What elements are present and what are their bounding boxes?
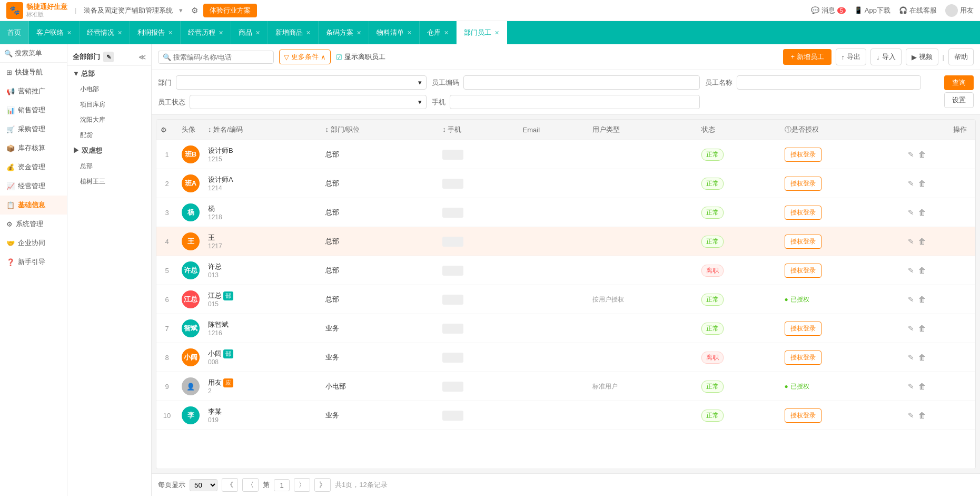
delete-icon[interactable]: 🗑: [918, 237, 926, 246]
trial-button[interactable]: 体验行业方案: [203, 4, 257, 17]
sidebar-item-purchase[interactable]: 🛒 采购管理: [0, 120, 67, 139]
edit-icon[interactable]: ✎: [908, 353, 914, 362]
sidebar-item-finance[interactable]: 💰 资金管理: [0, 158, 67, 177]
delete-icon[interactable]: 🗑: [918, 295, 926, 304]
sidebar-item-ops[interactable]: 📈 经营管理: [0, 177, 67, 196]
edit-icon[interactable]: ✎: [908, 266, 914, 275]
tab-barcode[interactable]: 条码方案✕: [319, 21, 369, 44]
sidebar-search[interactable]: 🔍 搜索菜单: [0, 44, 67, 63]
dept-node-distribution[interactable]: 配货: [67, 128, 151, 143]
delete-icon[interactable]: 🗑: [918, 208, 926, 217]
tab-add-goods[interactable]: 新增商品✕: [268, 21, 319, 44]
online-service-link[interactable]: 🎧 在线客服: [899, 6, 937, 15]
query-btn[interactable]: 查询: [944, 75, 974, 90]
dept-node-zhishu[interactable]: 植树王三: [67, 174, 151, 189]
sidebar-item-basic[interactable]: 📋 基础信息: [0, 196, 67, 215]
app-download-link[interactable]: 📱 App下载: [854, 6, 890, 15]
auth-btn[interactable]: 授权登录: [785, 409, 821, 423]
close-history-icon[interactable]: ✕: [219, 30, 223, 36]
sidebar-item-guide[interactable]: ❓ 新手引导: [0, 252, 67, 271]
edit-icon[interactable]: ✎: [908, 237, 914, 246]
sidebar-item-sales[interactable]: 📊 销售管理: [0, 101, 67, 120]
emp-code-input[interactable]: [463, 75, 700, 90]
import-btn[interactable]: ↓ 导入: [870, 48, 902, 65]
tab-bom[interactable]: 物料清单✕: [369, 21, 420, 44]
col-phone-header[interactable]: ↕ 手机: [438, 120, 518, 140]
tab-home[interactable]: 首页: [0, 21, 29, 44]
auth-btn[interactable]: 授权登录: [785, 177, 821, 191]
user-info[interactable]: 用友: [945, 4, 974, 17]
tab-employees[interactable]: 部门员工✕: [457, 21, 507, 44]
close-customer-icon[interactable]: ✕: [67, 30, 72, 36]
help-btn[interactable]: 帮助: [948, 48, 974, 65]
tab-profit[interactable]: 利润报告✕: [130, 21, 181, 44]
dept-edit-icon[interactable]: ✎: [103, 52, 114, 62]
last-page-btn[interactable]: 》: [314, 478, 331, 492]
dept-filter-select[interactable]: ▾: [176, 75, 427, 90]
tab-operations[interactable]: 经营情况✕: [80, 21, 130, 44]
per-page-select[interactable]: 50 20 100: [190, 479, 217, 491]
sidebar-item-quicknav[interactable]: ⊞ 快捷导航: [0, 63, 67, 82]
prev-page-btn[interactable]: 〈: [242, 478, 259, 492]
edit-icon[interactable]: ✎: [908, 324, 914, 333]
sidebar-item-marketing[interactable]: 📢 营销推广: [0, 82, 67, 101]
auth-btn[interactable]: 授权登录: [785, 322, 821, 336]
tab-customer[interactable]: 客户联络✕: [29, 21, 80, 44]
delete-icon[interactable]: 🗑: [918, 353, 926, 362]
more-filter-btn[interactable]: ▽ 更多条件 ∧: [279, 50, 331, 64]
edit-icon[interactable]: ✎: [908, 179, 914, 188]
edit-icon[interactable]: ✎: [908, 411, 914, 420]
close-warehouse-icon[interactable]: ✕: [444, 30, 449, 36]
delete-icon[interactable]: 🗑: [918, 179, 926, 188]
resigned-checkbox[interactable]: ☑: [336, 53, 342, 61]
auth-btn[interactable]: 授权登录: [785, 351, 821, 365]
delete-icon[interactable]: 🗑: [918, 382, 926, 391]
edit-icon[interactable]: ✎: [908, 208, 914, 217]
close-employees-icon[interactable]: ✕: [494, 30, 499, 36]
delete-icon[interactable]: 🗑: [918, 150, 926, 159]
close-add-goods-icon[interactable]: ✕: [306, 30, 311, 36]
settings-gear-icon[interactable]: ⚙: [161, 126, 167, 134]
dept-node-project-store[interactable]: 项目库房: [67, 97, 151, 112]
phone-input[interactable]: [450, 95, 700, 109]
close-goods-icon[interactable]: ✕: [255, 30, 260, 36]
auth-btn[interactable]: 授权登录: [785, 206, 821, 220]
tab-warehouse[interactable]: 仓库✕: [420, 21, 457, 44]
search-box[interactable]: 🔍: [158, 51, 274, 64]
add-employee-btn[interactable]: + 新增员工: [783, 49, 831, 65]
message-link[interactable]: 💬 消息 5: [811, 6, 846, 15]
dept-node-shuangnie[interactable]: ▶ 双虐想: [67, 143, 151, 159]
edit-icon[interactable]: ✎: [908, 382, 914, 391]
view-btn[interactable]: ▶ 视频: [906, 48, 938, 65]
edit-icon[interactable]: ✎: [908, 150, 914, 159]
delete-icon[interactable]: 🗑: [918, 266, 926, 275]
edit-icon[interactable]: ✎: [908, 295, 914, 304]
next-page-btn[interactable]: 〉: [294, 478, 310, 492]
dept-node-shenyang[interactable]: 沈阳大库: [67, 112, 151, 128]
close-bom-icon[interactable]: ✕: [407, 30, 412, 36]
auth-btn[interactable]: 授权登录: [785, 148, 821, 162]
collapse-btn[interactable]: ≪: [138, 53, 146, 61]
tab-history[interactable]: 经营历程✕: [181, 21, 231, 44]
emp-name-input[interactable]: [737, 75, 921, 90]
settings-icon[interactable]: ⚙: [191, 6, 198, 15]
auth-btn[interactable]: 授权登录: [785, 235, 821, 249]
close-operations-icon[interactable]: ✕: [117, 30, 122, 36]
col-name-header[interactable]: ↕ 姓名/编码: [204, 120, 321, 140]
close-profit-icon[interactable]: ✕: [168, 30, 173, 36]
close-barcode-icon[interactable]: ✕: [357, 30, 361, 36]
col-settings[interactable]: ⚙: [156, 120, 177, 140]
sidebar-item-inventory[interactable]: 📦 库存核算: [0, 139, 67, 158]
delete-icon[interactable]: 🗑: [918, 411, 926, 420]
auth-btn[interactable]: 授权登录: [785, 264, 821, 278]
export-btn[interactable]: ↑ 导出: [836, 48, 867, 65]
show-resigned-toggle[interactable]: ☑ 显示离职员工: [336, 52, 385, 62]
delete-icon[interactable]: 🗑: [918, 324, 926, 333]
dept-node-small-elec[interactable]: 小电部: [67, 82, 151, 97]
sidebar-item-cooperation[interactable]: 🤝 企业协同: [0, 234, 67, 252]
first-page-btn[interactable]: 《: [222, 478, 238, 492]
emp-status-select[interactable]: ▾: [190, 95, 427, 109]
col-dept-header[interactable]: ↕ 部门/职位: [321, 120, 439, 140]
search-input[interactable]: [173, 53, 258, 61]
dept-node-headquarters-2[interactable]: 总部: [67, 159, 151, 174]
